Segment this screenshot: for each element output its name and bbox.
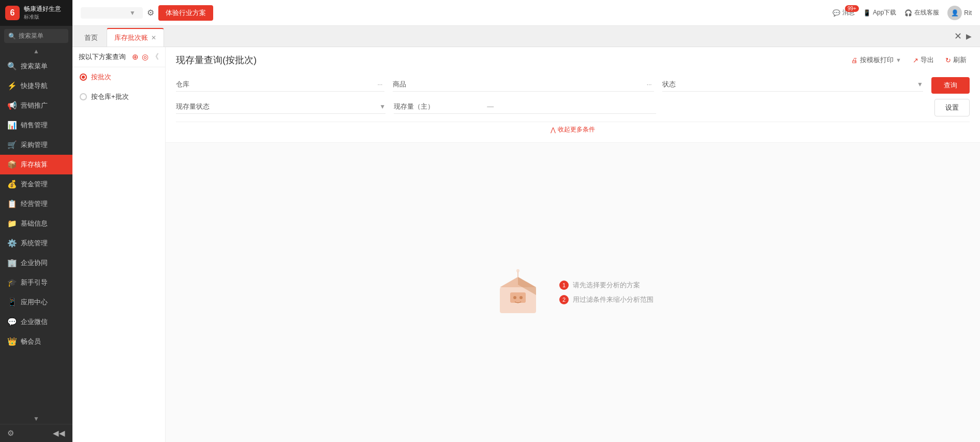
print-button[interactable]: 🖨 按模板打印 ▼ (848, 53, 904, 67)
topbar: ▼ ⚙ 体验行业方案 💬 消息 99+ 📱 App下载 🎧 在线客服 👤 (72, 0, 980, 26)
topbar-settings-icon[interactable]: ⚙ (147, 8, 154, 18)
scheme-settings-icon[interactable]: ◎ (142, 52, 149, 62)
sidebar-item-label: 销售管理 (21, 121, 48, 130)
export-button[interactable]: ↗ 导出 (910, 53, 937, 67)
app-title: 畅康通好生意 (24, 5, 61, 13)
status-input[interactable] (693, 79, 917, 89)
warehouse-input[interactable] (207, 79, 375, 89)
collapse-more-button[interactable]: ⋀ 收起更多条件 (176, 122, 970, 137)
sales-icon: 📊 (7, 121, 17, 130)
sidebar-item-inventory[interactable]: 📦 库存核算 (0, 155, 72, 174)
system-icon: ⚙️ (7, 239, 17, 248)
user-avatar[interactable]: 👤 Rit (947, 6, 972, 20)
sidebar-item-purchase[interactable]: 🛒 采购管理 (0, 135, 72, 155)
inventory-status-input[interactable] (214, 101, 375, 111)
sidebar-item-label: 企业协同 (21, 258, 48, 268)
inventory-quantity-dash: — (484, 102, 497, 110)
app-subtitle: 标准版 (24, 13, 61, 21)
tab-inventory-batch[interactable]: 库存批次账 ✕ (107, 28, 164, 47)
newbie-icon: 🎓 (7, 278, 17, 287)
condition-row-1: 仓库 ··· 商品 ··· 状态 ▼ 查询 (176, 77, 970, 94)
inventory-quantity-to[interactable] (501, 101, 542, 111)
sidebar-item-enterprise[interactable]: 🏢 企业协同 (0, 253, 72, 273)
inventory-icon: 📦 (7, 160, 17, 169)
sidebar-nav: 🔍 搜索菜单 ⚡ 快捷导航 📢 营销推广 📊 销售管理 🛒 采购管理 📦 库存核… (0, 56, 72, 414)
scroll-up-button[interactable]: ▲ (0, 46, 72, 56)
dropdown-arrow-icon[interactable]: ▼ (127, 9, 138, 17)
collapse-label: 收起更多条件 (558, 125, 595, 134)
sidebar-item-appstore[interactable]: 📱 应用中心 (0, 292, 72, 312)
sidebar-item-system[interactable]: ⚙️ 系统管理 (0, 233, 72, 253)
tip-text-2: 用过滤条件来缩小分析范围 (573, 295, 654, 304)
warehouse-more[interactable]: ··· (375, 81, 384, 88)
message-button[interactable]: 💬 消息 99+ (833, 8, 855, 17)
tab-home[interactable]: 首页 (77, 28, 106, 47)
sidebar-item-label: 库存核算 (21, 160, 48, 169)
message-icon: 💬 (833, 9, 840, 17)
collapse-sidebar-icon[interactable]: ◀◀ (53, 429, 65, 438)
filter-header-actions: ⊕ ◎ 《 (132, 52, 159, 62)
sidebar-item-wechat[interactable]: 💬 企业微信 (0, 312, 72, 332)
sidebar-item-basic[interactable]: 📁 基础信息 (0, 214, 72, 233)
settings-bottom-icon[interactable]: ⚙ (7, 429, 14, 438)
headset-icon: 🎧 (904, 9, 912, 17)
refresh-button[interactable]: ↻ 刷新 (942, 53, 970, 67)
sidebar-search[interactable]: 🔍 搜索菜单 (4, 29, 68, 43)
topbar-search-box[interactable]: ▼ (81, 7, 143, 19)
appstore-icon: 📱 (7, 298, 17, 307)
print-dropdown-icon[interactable]: ▼ (896, 57, 901, 63)
sidebar-bottom: ⚙ ◀◀ (0, 424, 72, 442)
filter-panel: 按以下方案查询 ⊕ ◎ 《 按批次 按仓库+批次 (72, 47, 166, 442)
query-button[interactable]: 查询 (931, 77, 970, 94)
empty-state-icon (492, 267, 544, 318)
inventory-quantity-from[interactable] (438, 101, 480, 111)
online-service-button[interactable]: 🎧 在线客服 (904, 8, 939, 17)
tip-item-1: 1 请先选择要分析的方案 (559, 281, 654, 290)
product-more[interactable]: ··· (645, 81, 654, 88)
sidebar-item-marketing[interactable]: 📢 营销推广 (0, 96, 72, 115)
user-name: Rit (964, 9, 972, 17)
collapse-panel-icon[interactable]: 《 (152, 52, 159, 62)
sidebar-item-label: 营销推广 (21, 101, 48, 110)
sidebar-item-label: 系统管理 (21, 239, 48, 248)
sidebar-item-search-menu[interactable]: 🔍 搜索菜单 (0, 56, 72, 76)
add-scheme-icon[interactable]: ⊕ (132, 52, 139, 62)
sidebar-item-newbie[interactable]: 🎓 新手引导 (0, 273, 72, 292)
filter-header: 按以下方案查询 ⊕ ◎ 《 (72, 47, 165, 67)
empty-state: 1 请先选择要分析的方案 2 用过滤条件来缩小分析范围 (166, 143, 980, 442)
page-content: 按以下方案查询 ⊕ ◎ 《 按批次 按仓库+批次 现 (72, 47, 980, 442)
sidebar-item-member[interactable]: 👑 畅会员 (0, 332, 72, 351)
inventory-status-label: 现存量状态 (176, 102, 210, 111)
app-download-button[interactable]: 📱 App下载 (863, 8, 896, 17)
marketing-icon: 📢 (7, 101, 17, 110)
message-badge: 99+ (845, 5, 859, 12)
close-panel-icon[interactable]: ✕ (954, 31, 962, 42)
sidebar-item-finance[interactable]: 💰 资金管理 (0, 174, 72, 194)
expand-panel-icon[interactable]: ▶ (966, 32, 972, 40)
settings-button[interactable]: 设置 (934, 99, 970, 116)
sidebar-item-quick-nav[interactable]: ⚡ 快捷导航 (0, 76, 72, 96)
print-label: 按模板打印 (860, 55, 894, 65)
finance-icon: 💰 (7, 180, 17, 189)
main-area: ▼ ⚙ 体验行业方案 💬 消息 99+ 📱 App下载 🎧 在线客服 👤 (72, 0, 980, 442)
trial-button[interactable]: 体验行业方案 (158, 5, 213, 21)
tab-close-icon[interactable]: ✕ (151, 34, 156, 41)
inventory-status-dropdown-icon[interactable]: ▼ (379, 103, 385, 110)
empty-tips: 1 请先选择要分析的方案 2 用过滤条件来缩小分析范围 (559, 281, 654, 304)
wechat-icon: 💬 (7, 317, 17, 327)
filter-item-label: 按批次 (91, 72, 111, 82)
filter-item-by-batch[interactable]: 按批次 (72, 67, 165, 87)
online-service-label: 在线客服 (914, 8, 939, 17)
refresh-icon: ↻ (945, 56, 951, 64)
sidebar-item-operations[interactable]: 📋 经营管理 (0, 194, 72, 214)
sidebar-item-sales[interactable]: 📊 销售管理 (0, 115, 72, 135)
topbar-search-input[interactable] (86, 9, 127, 17)
scroll-down-button[interactable]: ▼ (0, 414, 72, 424)
tip-text-1: 请先选择要分析的方案 (573, 281, 640, 290)
status-dropdown-icon[interactable]: ▼ (917, 81, 923, 88)
sidebar-header: 6 畅康通好生意 标准版 (0, 0, 72, 26)
basic-icon: 📁 (7, 219, 17, 228)
product-input[interactable] (424, 79, 644, 89)
filter-item-by-warehouse-batch[interactable]: 按仓库+批次 (72, 87, 165, 107)
member-icon: 👑 (7, 337, 17, 346)
